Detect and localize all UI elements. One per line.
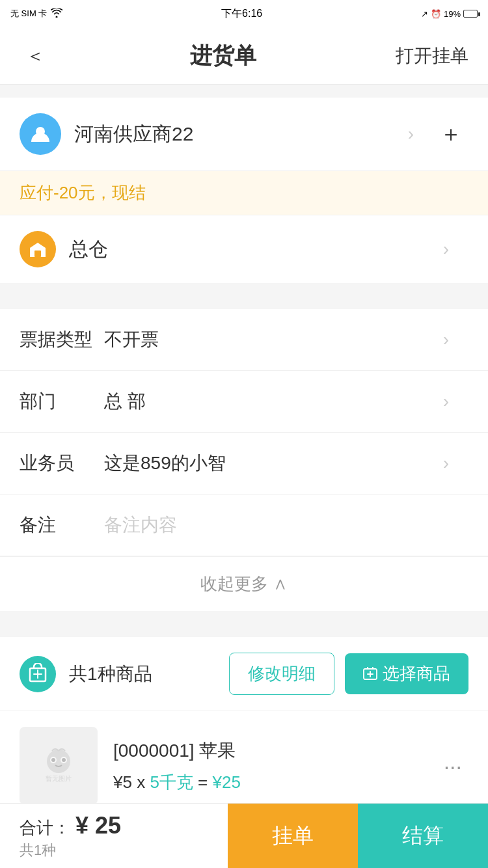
battery-percent: 19% — [444, 9, 461, 19]
total-count: 共1种 — [20, 841, 208, 860]
section-gap-2 — [0, 283, 488, 296]
invoice-label: 票据类型 — [20, 327, 98, 352]
form-section: 票据类型 不开票 › 部门 总 部 › 业务员 这是859的小智 › 备注 备注… — [0, 309, 488, 611]
product-count-text: 共1种商品 — [69, 662, 229, 686]
page-title: 进货单 — [190, 41, 256, 71]
product-section: 共1种商品 修改明细 选择商品 — [0, 637, 488, 821]
supplier-name: 河南供应商22 — [74, 121, 408, 148]
svg-point-4 — [47, 750, 70, 773]
sales-label: 业务员 — [20, 451, 98, 476]
edit-detail-button[interactable]: 修改明细 — [229, 653, 334, 695]
dept-row[interactable]: 部门 总 部 › — [0, 371, 488, 433]
invoice-value: 不开票 — [98, 327, 443, 352]
svg-point-8 — [62, 758, 66, 762]
supplier-avatar — [20, 113, 61, 155]
supplier-row[interactable]: 河南供应商22 › ＋ — [0, 98, 488, 171]
sales-row[interactable]: 业务员 这是859的小智 › — [0, 433, 488, 495]
product-price-row: ¥5 x 5千克 = ¥25 — [113, 771, 437, 794]
product-title: 苹果 — [199, 740, 236, 761]
supplier-notice: 应付-20元，现结 — [0, 171, 488, 215]
remark-input[interactable]: 备注内容 — [98, 513, 468, 537]
section-gap-1 — [0, 85, 488, 98]
section-gap-3 — [0, 611, 488, 624]
open-hang-button[interactable]: 打开挂单 — [396, 44, 468, 68]
invoice-chevron-icon: › — [443, 329, 449, 350]
product-header: 共1种商品 修改明细 选择商品 — [0, 637, 488, 711]
supplier-chevron-icon: › — [408, 124, 414, 144]
dept-label: 部门 — [20, 389, 98, 414]
checkout-button[interactable]: 结算 — [358, 804, 488, 869]
product-total: ¥25 — [213, 772, 241, 792]
sim-status: 无 SIM 卡 — [10, 8, 47, 20]
total-amount: ¥ 25 — [75, 812, 121, 839]
bottom-total: 合计： ¥ 25 共1种 — [0, 812, 228, 860]
supplier-section: 河南供应商22 › ＋ 应付-20元，现结 总仓 › — [0, 98, 488, 283]
add-button[interactable]: ＋ — [433, 116, 468, 152]
status-time: 下午6:16 — [221, 7, 262, 21]
product-code: [0000001] — [113, 740, 195, 761]
sales-chevron-icon: › — [443, 453, 449, 474]
alarm-icon: ⏰ — [431, 9, 441, 19]
location-icon: ↗ — [421, 9, 428, 19]
collapse-bar[interactable]: 收起更多 ∧ — [0, 556, 488, 611]
back-button[interactable]: ＜ — [20, 37, 51, 75]
product-more-button[interactable]: ··· — [437, 747, 468, 785]
status-right: ↗ ⏰ 19% — [421, 9, 478, 19]
remark-row[interactable]: 备注 备注内容 — [0, 495, 488, 556]
remark-label: 备注 — [20, 513, 98, 537]
sales-value: 这是859的小智 — [98, 451, 443, 476]
page-content: 河南供应商22 › ＋ 应付-20元，现结 总仓 › 票据类型 不开票 › 部门… — [0, 85, 488, 868]
wifi-icon — [51, 8, 62, 20]
status-bar: 无 SIM 卡 下午6:16 ↗ ⏰ 19% — [0, 0, 488, 27]
hang-button[interactable]: 挂单 — [228, 804, 358, 869]
select-product-label: 选择商品 — [383, 662, 450, 685]
warehouse-row[interactable]: 总仓 › — [0, 215, 488, 283]
product-info: [0000001] 苹果 ¥5 x 5千克 = ¥25 — [113, 739, 437, 794]
svg-text:暂无图片: 暂无图片 — [46, 775, 72, 782]
svg-point-7 — [51, 758, 55, 762]
warehouse-chevron-icon: › — [443, 239, 449, 260]
battery-icon — [463, 10, 478, 18]
warehouse-name: 总仓 — [69, 236, 443, 263]
product-thumbnail: 暂无图片 — [20, 727, 98, 805]
status-left: 无 SIM 卡 — [10, 8, 62, 20]
invoice-row[interactable]: 票据类型 不开票 › — [0, 309, 488, 371]
total-line: 合计： ¥ 25 — [20, 812, 208, 839]
product-unit-price: ¥5 — [113, 772, 132, 792]
dept-chevron-icon: › — [443, 391, 449, 412]
product-quantity: 5千克 — [150, 772, 193, 792]
bottom-bar: 合计： ¥ 25 共1种 挂单 结算 — [0, 803, 488, 868]
select-product-button[interactable]: 选择商品 — [345, 653, 468, 694]
product-count-icon — [20, 656, 56, 692]
warehouse-icon — [20, 231, 56, 267]
product-multiply: x — [137, 772, 150, 792]
total-label: 合计： — [20, 817, 70, 839]
svg-rect-1 — [34, 251, 41, 257]
nav-bar: ＜ 进货单 打开挂单 — [0, 27, 488, 85]
dept-value: 总 部 — [98, 389, 443, 414]
product-name: [0000001] 苹果 — [113, 739, 437, 763]
product-equals: = — [198, 772, 212, 792]
